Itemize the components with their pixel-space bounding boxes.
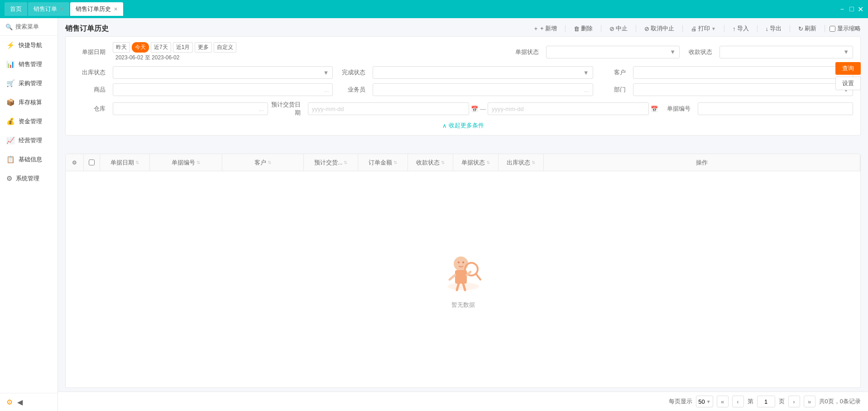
filter-row-2: 出库状态 ▼ 完成状态 ▼ 客户 ...: [73, 66, 853, 79]
import-button[interactable]: ↑ 导入: [728, 23, 753, 34]
payment-status-label: 收款状态: [680, 48, 716, 56]
warehouse-label: 仓库: [73, 105, 109, 113]
print-button[interactable]: 🖨 打印 ▼: [686, 23, 720, 34]
th-order-no-label: 单据编号: [172, 159, 195, 167]
divider-1: [565, 25, 566, 32]
delete-label: 删除: [581, 24, 593, 33]
delivery-date-to[interactable]: yyyy-mm-dd: [488, 102, 649, 115]
salesperson-input[interactable]: ...: [373, 83, 593, 96]
per-page-select[interactable]: 50 ▼: [696, 396, 713, 407]
payment-status-select[interactable]: ▼: [719, 46, 853, 58]
per-page-value: 50: [698, 398, 705, 405]
last-page-button[interactable]: »: [804, 396, 815, 407]
filter-row-1: 单据日期 昨天 今天 近7天 近1月 更多 自定义 2023-06-02 至 2…: [73, 42, 853, 62]
th-bill-status[interactable]: 单据状态 ⇅: [453, 154, 499, 171]
display-cols-checkbox[interactable]: [830, 26, 835, 32]
sidebar-item-quick-nav[interactable]: ⚡ 快捷导航: [0, 36, 58, 55]
date-btn-more[interactable]: 更多: [195, 42, 212, 53]
new-icon: ＋: [533, 24, 539, 33]
delivery-date-from-placeholder: yyyy-mm-dd: [312, 106, 344, 112]
sidebar-collapse-icon[interactable]: ◀: [17, 398, 23, 406]
th-amount-label: 订单金额: [369, 159, 392, 167]
tab-home[interactable]: 首页: [5, 2, 27, 16]
bill-status-select[interactable]: ▼: [546, 46, 680, 58]
calendar-icon-2[interactable]: 📅: [651, 106, 658, 112]
query-button[interactable]: 查询: [835, 62, 861, 75]
th-settings[interactable]: ⚙: [66, 154, 84, 171]
delete-icon: 🗑: [574, 25, 580, 32]
window-close-icon[interactable]: ✕: [858, 5, 863, 14]
content-area: 销售订单历史 ＋ + 新增 🗑 删除 ⊘ 中止 ⊘: [58, 18, 868, 411]
stock-out-select[interactable]: ▼: [113, 66, 333, 79]
sidebar-item-purchase-label: 采购管理: [19, 79, 42, 87]
th-delivery[interactable]: 预计交货... ⇅: [304, 154, 358, 171]
sidebar-item-inventory[interactable]: 📦 库存核算: [0, 93, 58, 112]
th-customer[interactable]: 客户 ⇅: [222, 154, 304, 171]
date-separator: —: [480, 106, 486, 112]
delivery-date-from[interactable]: yyyy-mm-dd: [308, 102, 469, 115]
complete-select[interactable]: ▼: [373, 66, 593, 79]
sidebar-item-system[interactable]: ⚙ 系统管理: [0, 169, 58, 188]
collapse-label: 收起更多条件: [449, 121, 484, 130]
operations-icon: 📈: [6, 136, 15, 145]
tab-sales-history-close[interactable]: ✕: [114, 6, 118, 12]
sidebar-item-basic-info[interactable]: 📋 基础信息: [0, 150, 58, 169]
bill-no-input[interactable]: [698, 102, 853, 115]
th-order-no-sort-icon: ⇅: [197, 160, 200, 165]
goods-input[interactable]: ...: [113, 83, 333, 96]
sidebar-item-sales[interactable]: 📊 销售管理: [0, 55, 58, 74]
date-btn-custom[interactable]: 自定义: [214, 42, 236, 53]
tab-sales-order[interactable]: 销售订单 ✕: [28, 2, 69, 16]
tab-sales-history-label: 销售订单历史: [76, 5, 111, 13]
refresh-label: 刷新: [805, 24, 816, 33]
th-operations: 操作: [544, 154, 860, 171]
new-button[interactable]: ＋ + 新增: [528, 23, 561, 34]
display-cols-toggle[interactable]: 显示缩略: [830, 24, 861, 33]
per-page-arrow-icon: ▼: [706, 399, 711, 404]
th-payment[interactable]: 收款状态 ⇅: [408, 154, 453, 171]
next-page-button[interactable]: ›: [788, 396, 800, 407]
export-button[interactable]: ↓ 导出: [761, 23, 786, 34]
date-range: 2023-06-02 至 2023-06-02: [115, 54, 236, 62]
th-stock-status[interactable]: 出库状态 ⇅: [499, 154, 544, 171]
sidebar-item-system-label: 系统管理: [16, 174, 39, 183]
filter-customer-col: 客户 ...: [593, 66, 853, 79]
th-amount[interactable]: 订单金额 ⇅: [358, 154, 408, 171]
refresh-button[interactable]: ↻ 刷新: [794, 23, 821, 34]
date-btn-7days[interactable]: 近7天: [151, 42, 171, 53]
prev-page-button[interactable]: ‹: [732, 396, 744, 407]
first-page-button[interactable]: «: [717, 396, 729, 407]
empty-illustration: [436, 250, 490, 295]
window-minimize-icon[interactable]: －: [839, 5, 846, 14]
page-number-input[interactable]: [757, 396, 775, 407]
window-maximize-icon[interactable]: □: [849, 5, 854, 13]
date-btn-yesterday[interactable]: 昨天: [113, 42, 130, 53]
svg-point-10: [462, 261, 464, 263]
collapse-row[interactable]: ∧ 收起更多条件: [73, 121, 853, 130]
th-bill-status-sort-icon: ⇅: [486, 160, 490, 165]
sidebar-item-purchase[interactable]: 🛒 采购管理: [0, 74, 58, 93]
filter-date-col: 单据日期 昨天 今天 近7天 近1月 更多 自定义 2023-06-02 至 2…: [73, 42, 506, 62]
customer-input[interactable]: ...: [633, 66, 853, 79]
select-all-checkbox[interactable]: [89, 160, 95, 165]
dept-select[interactable]: ▼: [633, 83, 853, 96]
date-btn-1month[interactable]: 近1月: [173, 42, 193, 53]
calendar-icon-1[interactable]: 📅: [471, 106, 478, 112]
sidebar-settings-icon[interactable]: ⚙: [6, 398, 13, 406]
cancel-stop-button[interactable]: ⊘ 取消中止: [640, 23, 679, 34]
page-prefix-label: 第: [748, 397, 753, 406]
sidebar-item-operations[interactable]: 📈 经营管理: [0, 131, 58, 150]
sidebar-item-finance[interactable]: 💰 资金管理: [0, 112, 58, 131]
sidebar-search[interactable]: 🔍 搜索菜单: [0, 18, 58, 36]
delete-button[interactable]: 🗑 删除: [569, 23, 597, 34]
stop-button[interactable]: ⊘ 中止: [605, 23, 632, 34]
warehouse-input[interactable]: ...: [113, 102, 268, 115]
filter-delivery-col: 预计交货日期 yyyy-mm-dd 📅 — yyyy-mm-dd 📅: [268, 101, 658, 117]
date-btn-today[interactable]: 今天: [132, 42, 149, 53]
th-order-no[interactable]: 单据编号 ⇅: [150, 154, 222, 171]
finance-icon: 💰: [6, 117, 15, 126]
th-date[interactable]: 单据日期 ⇅: [100, 154, 150, 171]
tab-sales-order-close[interactable]: ✕: [60, 6, 64, 12]
settings-button[interactable]: 设置: [835, 77, 861, 90]
tab-sales-history[interactable]: 销售订单历史 ✕: [70, 2, 123, 16]
